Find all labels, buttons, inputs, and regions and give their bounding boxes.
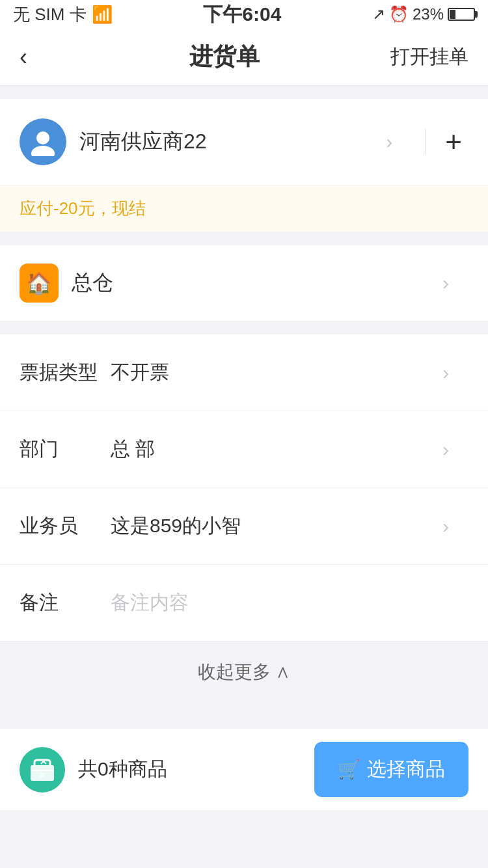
chevron-right-icon: › <box>442 362 449 384</box>
chevron-right-icon: › <box>386 131 392 153</box>
divider <box>425 129 426 155</box>
warehouse-section: 🏠 总仓 › <box>0 245 488 321</box>
supplier-row[interactable]: 河南供应商22 › + <box>0 99 488 185</box>
svg-rect-4 <box>40 773 45 777</box>
dept-value: 总 部 <box>111 436 442 463</box>
back-button[interactable]: ‹ <box>20 44 59 71</box>
status-right: ↗ ⏰ 23% <box>372 5 475 23</box>
collapse-button[interactable]: 收起更多 ∧ <box>0 642 488 703</box>
supplier-name: 河南供应商22 <box>79 128 386 156</box>
alarm-icon: ⏰ <box>389 5 409 23</box>
dept-label: 部门 <box>20 436 111 463</box>
location-icon: ↗ <box>372 5 385 23</box>
section-gap-1 <box>0 86 488 99</box>
invoice-label: 票据类型 <box>20 359 111 386</box>
status-time: 下午6:04 <box>203 1 281 28</box>
status-bar: 无 SIM 卡 📶 下午6:04 ↗ ⏰ 23% <box>0 0 488 29</box>
select-product-button[interactable]: 🛒 选择商品 <box>314 742 468 797</box>
dept-row[interactable]: 部门 总 部 › <box>0 411 488 488</box>
add-supplier-button[interactable]: + <box>439 126 468 158</box>
product-count: 共0种商品 <box>78 756 314 783</box>
wifi-icon: 📶 <box>92 5 113 25</box>
product-bar: 共0种商品 🛒 选择商品 <box>0 729 488 810</box>
nav-bar: ‹ 进货单 打开挂单 <box>0 29 488 86</box>
notice-banner: 应付-20元，现结 <box>0 185 488 232</box>
supplier-section: 河南供应商22 › + 应付-20元，现结 <box>0 99 488 232</box>
product-icon <box>20 747 65 793</box>
chevron-right-icon: › <box>442 515 449 537</box>
carrier-text: 无 SIM 卡 <box>13 3 87 26</box>
chevron-right-icon: › <box>442 439 449 461</box>
invoice-value: 不开票 <box>111 359 442 386</box>
salesman-row[interactable]: 业务员 这是859的小智 › <box>0 488 488 565</box>
svg-point-1 <box>31 146 55 156</box>
chevron-right-icon: › <box>442 272 449 294</box>
salesman-value: 这是859的小智 <box>111 513 442 539</box>
section-gap-2 <box>0 232 488 245</box>
open-pending-button[interactable]: 打开挂单 <box>390 44 468 70</box>
remark-label: 备注 <box>20 590 111 616</box>
svg-point-0 <box>36 131 49 144</box>
remark-row[interactable]: 备注 备注内容 <box>0 565 488 642</box>
avatar <box>20 118 66 165</box>
status-left: 无 SIM 卡 📶 <box>13 3 113 26</box>
select-btn-label: 选择商品 <box>367 756 445 783</box>
warehouse-row[interactable]: 🏠 总仓 › <box>0 245 488 321</box>
battery-icon <box>448 8 475 21</box>
house-icon: 🏠 <box>26 271 52 295</box>
remark-input[interactable]: 备注内容 <box>111 590 468 616</box>
battery-text: 23% <box>413 5 444 23</box>
section-gap-3 <box>0 321 488 334</box>
warehouse-name: 总仓 <box>72 269 442 297</box>
section-gap-4 <box>0 703 488 716</box>
cart-plus-icon: 🛒 <box>338 759 360 780</box>
form-section: 票据类型 不开票 › 部门 总 部 › 业务员 这是859的小智 › 备注 备注… <box>0 334 488 642</box>
salesman-label: 业务员 <box>20 513 111 539</box>
warehouse-icon: 🏠 <box>20 264 59 303</box>
invoice-row[interactable]: 票据类型 不开票 › <box>0 334 488 411</box>
page-title: 进货单 <box>189 41 260 73</box>
